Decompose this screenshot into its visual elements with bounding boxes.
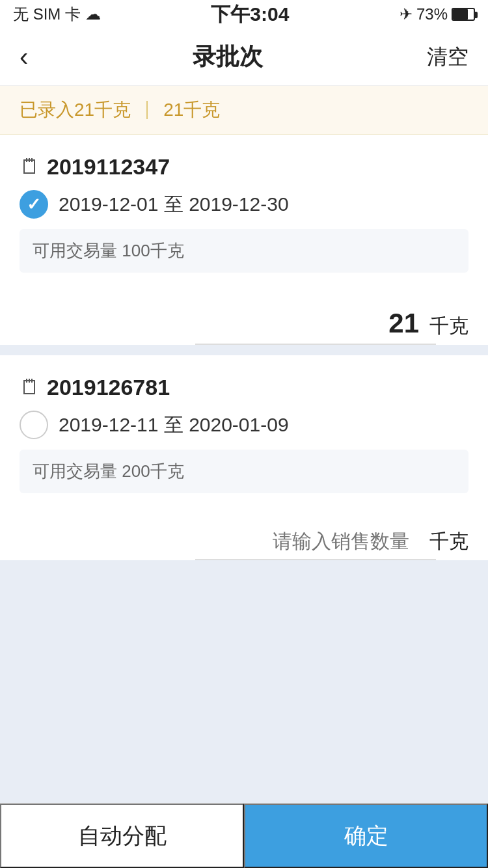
batch-1-id: 2019112347 [47, 154, 170, 180]
batch-2-available: 可用交易量 200千克 [20, 450, 468, 493]
status-right: ✈ 73% [400, 5, 475, 23]
main-content: 🗒 2019112347 2019-12-01 至 2019-12-30 可用交… [0, 135, 488, 868]
batch-2-id: 2019126781 [47, 375, 170, 400]
battery-icon [452, 8, 475, 21]
battery-label: 73% [416, 5, 448, 23]
batch-1-row[interactable]: 2019-12-01 至 2019-12-30 [20, 190, 468, 219]
batch-2-row[interactable]: 2019-12-11 至 2020-01-09 [20, 411, 468, 439]
batch-1-radio[interactable] [20, 190, 48, 219]
batch-2-input-row[interactable]: 千克 [0, 517, 488, 555]
batch-2-icon: 🗒 [20, 375, 40, 400]
recorded-amount-value: 21千克 [163, 98, 220, 122]
back-button[interactable]: ‹ [20, 42, 28, 72]
batch-2-header: 🗒 2019126781 [20, 375, 468, 400]
status-bar: 无 SIM 卡 ☁ 下午3:04 ✈ 73% [0, 0, 488, 29]
batch-2-qty-input[interactable] [211, 530, 419, 552]
info-banner: 已录入21千克 21千克 [0, 86, 488, 135]
clear-button[interactable]: 清空 [427, 43, 468, 72]
sim-label: 无 SIM 卡 ☁ [13, 4, 101, 25]
nav-bar: ‹ 录批次 清空 [0, 29, 488, 86]
info-divider [146, 101, 148, 119]
section-divider [0, 345, 488, 355]
status-left: 无 SIM 卡 ☁ [13, 4, 101, 25]
batch-1-date: 2019-12-01 至 2019-12-30 [59, 191, 289, 218]
confirm-button[interactable]: 确定 [244, 804, 488, 868]
bottom-bar: 自动分配 确定 [0, 803, 488, 868]
batch-card-2-inner: 🗒 2019126781 2019-12-11 至 2020-01-09 可用交… [0, 355, 488, 517]
page-title: 录批次 [193, 41, 263, 73]
batch-card-1: 🗒 2019112347 2019-12-01 至 2019-12-30 可用交… [0, 135, 488, 345]
batch-2-date: 2019-12-11 至 2020-01-09 [59, 412, 289, 439]
batch-1-amount: 21 [388, 308, 419, 339]
batch-2-radio[interactable] [20, 411, 48, 439]
auto-distribute-button[interactable]: 自动分配 [0, 804, 244, 868]
batch-1-header: 🗒 2019112347 [20, 154, 468, 180]
status-time: 下午3:04 [211, 1, 289, 28]
batch-card-2: 🗒 2019126781 2019-12-11 至 2020-01-09 可用交… [0, 355, 488, 560]
batch-card-1-inner: 🗒 2019112347 2019-12-01 至 2019-12-30 可用交… [0, 135, 488, 296]
batch-1-available: 可用交易量 100千克 [20, 229, 468, 273]
location-icon: ✈ [400, 5, 413, 23]
recorded-amount-label: 已录入21千克 [20, 98, 131, 122]
batch-1-amount-row: 21 千克 [0, 296, 488, 340]
batch-1-unit: 千克 [429, 313, 468, 340]
batch-2-unit: 千克 [429, 528, 468, 555]
batch-1-icon: 🗒 [20, 155, 40, 179]
